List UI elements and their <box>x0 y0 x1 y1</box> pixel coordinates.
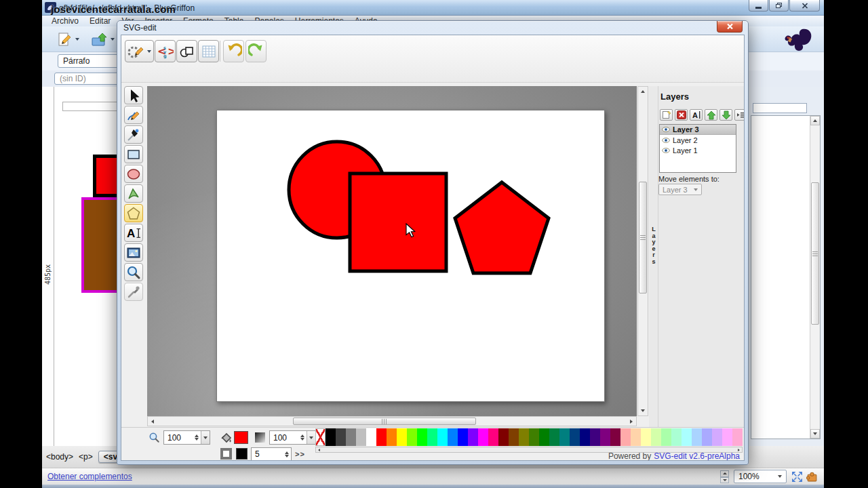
layer-row[interactable]: Layer 1 <box>660 145 736 155</box>
side-panel-scrollbar[interactable] <box>810 116 820 439</box>
close-window-button[interactable] <box>789 0 820 12</box>
palette-swatch[interactable] <box>580 428 590 446</box>
canvas-vertical-scrollbar[interactable] <box>637 86 648 416</box>
get-addons-link[interactable]: Obtener complementos <box>47 472 132 481</box>
minimize-button[interactable] <box>749 0 768 12</box>
layer-row[interactable]: Layer 2 <box>660 135 736 145</box>
menu-editar[interactable]: Editar <box>84 16 116 26</box>
breadcrumb-item[interactable]: <p> <box>79 452 93 462</box>
pencil-tool-button[interactable] <box>124 106 143 124</box>
palette-swatch[interactable] <box>509 428 519 446</box>
palette-swatch[interactable] <box>590 428 600 446</box>
layers-side-tab[interactable]: Layers <box>650 226 658 265</box>
palette-none-swatch[interactable] <box>315 428 326 446</box>
delete-layer-button[interactable] <box>675 109 688 121</box>
menu-archivo[interactable]: Archivo <box>46 16 84 26</box>
palette-swatch[interactable] <box>397 428 407 446</box>
palette-swatch[interactable] <box>549 428 559 446</box>
zoom-level-select[interactable]: 100% <box>734 470 787 483</box>
scroll-down-button[interactable] <box>810 429 820 439</box>
palette-swatch[interactable] <box>417 428 427 446</box>
main-menu-button[interactable] <box>125 40 154 62</box>
svg-source-button[interactable]: < > s v g <box>155 40 176 62</box>
undo-button[interactable] <box>223 40 244 62</box>
rename-layer-button[interactable]: A <box>690 109 703 121</box>
polygon-tool-button[interactable] <box>124 204 143 222</box>
palette-swatch[interactable] <box>376 428 387 446</box>
canvas-shape-polygon[interactable] <box>455 182 549 273</box>
palette-swatch[interactable] <box>570 428 580 446</box>
zoom-spinbox[interactable]: 100 <box>163 430 210 445</box>
fullscreen-button[interactable] <box>791 471 803 485</box>
v-scrollbar-thumb[interactable] <box>639 182 647 293</box>
restore-button[interactable] <box>769 0 789 12</box>
opacity-dropdown[interactable] <box>307 431 315 444</box>
side-panel-input[interactable] <box>753 103 807 113</box>
opacity-spinner[interactable] <box>298 431 307 444</box>
new-document-dropdown-icon[interactable] <box>75 38 79 41</box>
zoom-dropdown[interactable] <box>201 431 210 444</box>
element-id-combo[interactable]: (sin ID) <box>54 73 119 85</box>
addons-button[interactable] <box>806 471 818 485</box>
layer-visibility-icon[interactable] <box>662 127 670 132</box>
palette-swatch[interactable] <box>641 428 651 446</box>
lower-layer-button[interactable] <box>719 109 732 121</box>
palette-swatch[interactable] <box>488 428 498 446</box>
palette-swatch[interactable] <box>478 428 488 446</box>
palette-swatch[interactable] <box>427 428 437 446</box>
palette-swatch[interactable] <box>539 428 549 446</box>
scroll-down-button[interactable] <box>638 406 648 415</box>
palette-scroll-left[interactable] <box>316 447 322 452</box>
new-document-button[interactable] <box>54 29 82 49</box>
canvas-horizontal-scrollbar[interactable] <box>147 416 637 426</box>
palette-swatch[interactable] <box>529 428 539 446</box>
scroll-left-button[interactable] <box>148 417 157 426</box>
palette-swatch[interactable] <box>559 428 570 446</box>
scroll-right-button[interactable] <box>627 417 636 426</box>
stroke-color-swatch[interactable] <box>236 448 248 460</box>
palette-swatch[interactable] <box>702 428 712 446</box>
svg-canvas[interactable] <box>216 110 605 402</box>
opacity-value[interactable]: 100 <box>270 431 298 444</box>
palette-swatch[interactable] <box>346 428 356 446</box>
palette-swatch[interactable] <box>366 428 376 446</box>
palette-swatch[interactable] <box>326 428 336 446</box>
move-elements-select[interactable]: Layer 3 <box>658 184 702 195</box>
palette-swatch[interactable] <box>407 428 417 446</box>
palette-swatch[interactable] <box>458 428 468 446</box>
palette-swatch[interactable] <box>722 428 732 446</box>
ellipse-tool-button[interactable] <box>124 165 143 183</box>
palette-swatch[interactable] <box>437 428 448 446</box>
raise-layer-button[interactable] <box>705 109 717 121</box>
scroll-up-button[interactable] <box>638 87 648 96</box>
select-tool-button[interactable] <box>124 86 143 104</box>
h-scrollbar-thumb[interactable] <box>293 418 476 425</box>
zoom-spinner[interactable] <box>192 431 201 444</box>
line-tool-button[interactable] <box>124 125 143 144</box>
layer-menu-button[interactable] <box>734 109 745 121</box>
stroke-width-spinbox[interactable]: 5 <box>251 447 292 461</box>
palette-swatch[interactable] <box>712 428 722 446</box>
open-document-button[interactable] <box>88 29 117 49</box>
palette-swatch[interactable] <box>468 428 478 446</box>
palette-swatch[interactable] <box>631 428 641 446</box>
palette-swatch[interactable] <box>651 428 661 446</box>
layer-visibility-icon[interactable] <box>662 148 670 153</box>
document-shapes-button[interactable] <box>176 40 197 62</box>
stroke-width-spinner[interactable] <box>282 448 291 460</box>
canvas-shape-rect[interactable] <box>350 174 446 271</box>
text-tool-button[interactable]: A <box>124 224 143 242</box>
palette-swatch[interactable] <box>356 428 366 446</box>
breadcrumb-item[interactable]: <body> <box>46 452 73 462</box>
open-document-dropdown-icon[interactable] <box>111 38 115 41</box>
palette-swatch[interactable] <box>610 428 620 446</box>
palette-swatch[interactable] <box>387 428 397 446</box>
redo-button[interactable] <box>245 40 267 62</box>
grid-button[interactable] <box>198 40 219 62</box>
stroke-width-value[interactable]: 5 <box>252 448 282 460</box>
path-tool-button[interactable] <box>124 184 143 203</box>
palette-swatch[interactable] <box>732 428 743 446</box>
fill-color-swatch[interactable] <box>234 431 248 444</box>
dialog-close-button[interactable] <box>717 21 743 33</box>
palette-swatch[interactable] <box>519 428 529 446</box>
